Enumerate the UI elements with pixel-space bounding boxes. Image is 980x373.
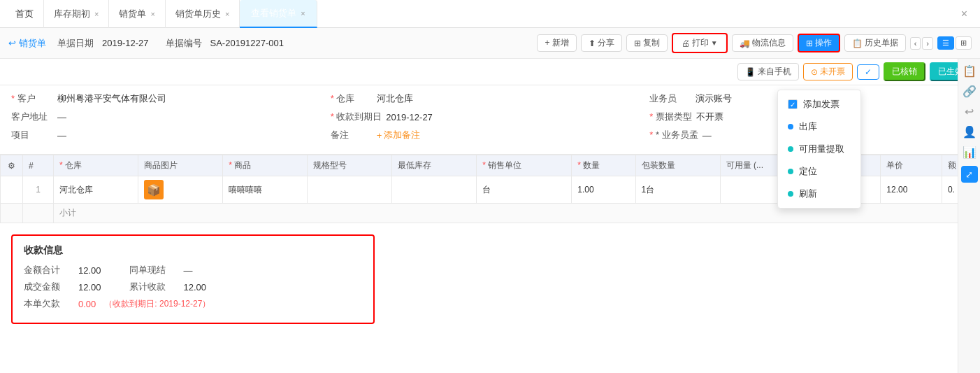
dropdown-available-qty[interactable]: 可用量提取 [778,138,860,160]
doc-date-value: 2019-12-27 [102,38,149,48]
locate-icon [788,169,793,174]
outbound-label: 出库 [799,120,817,133]
col-price: 单价 [881,155,942,176]
tab-inventory-label: 库存期初 [54,8,90,20]
cell-min-stock [392,176,477,204]
ticket-type-value: 不开票 [696,111,723,123]
doc-header: ↩ 销货单 单据日期 2019-12-27 单据编号 SA-20191227-0… [0,28,980,59]
sold-out-button[interactable]: 已核销 [884,62,925,81]
dropdown-refresh[interactable]: 刷新 [778,183,860,205]
history-button[interactable]: 📋 历史单据 [844,34,906,52]
total-item: 金额合计 12.00 [24,264,101,276]
ticket-type-label: 票据类型 [649,111,692,123]
dropdown-outbound[interactable]: 出库 [778,115,860,138]
locate-label: 定位 [799,165,817,178]
tab-sales-history[interactable]: 销货单历史 × [166,0,240,28]
subtotal-empty2 [23,204,54,223]
sidebar-icon-3[interactable]: ↩ [965,105,974,118]
owe-value: 0.00 [78,299,96,309]
cell-num: 1 [23,176,54,204]
print-button[interactable]: 🖨 打印 ▼ [675,35,725,51]
col-min-stock: 最低库存 [392,155,477,176]
main-content: ↩ 销货单 单据日期 2019-12-27 单据编号 SA-20191227-0… [0,28,980,373]
from-mobile-button[interactable]: 📱 来自手机 [737,63,799,80]
project-value: — [57,130,66,141]
tab-inventory-init[interactable]: 库存期初 × [44,0,109,28]
summary-row-2: 成交金额 12.00 累计收款 12.00 [24,281,362,293]
tab-bar: 首页 库存期初 × 销货单 × 销货单历史 × 查看销货单 × × [0,0,980,28]
total-label: 金额合计 [24,264,73,276]
new-button[interactable]: + 新增 [537,34,576,52]
tab-home-label: 首页 [15,8,34,20]
nav-next-button[interactable]: › [922,37,933,50]
confirm-button[interactable]: ✓ [857,64,879,80]
doc-number-label: 单据编号 [166,37,202,50]
settings-icon: ⚙ [8,161,15,171]
add-note-label: 添加备注 [384,129,420,141]
nav-prev-button[interactable]: ‹ [910,37,921,50]
cell-unit: 台 [477,176,572,204]
owe-note: （收款到期日: 2019-12-27） [104,298,210,310]
sidebar-icon-4[interactable]: 👤 [963,125,977,139]
col-settings[interactable]: ⚙ [1,155,23,176]
warehouse-value: 河北仓库 [377,92,413,105]
tab-history-close[interactable]: × [225,10,229,18]
print-label: 打印 [692,37,709,49]
summary-area: 收款信息 金额合计 12.00 同单现结 — 成交金额 12.00 累计收款 [0,223,980,335]
view-grid-button[interactable]: ⊞ [956,36,972,50]
confirm-icon: ✓ [865,67,872,77]
view-list-button[interactable]: ☰ [937,36,954,50]
dropdown-add-invoice[interactable]: 添加发票 [778,93,860,115]
not-open-button[interactable]: ⊙ 未开票 [803,63,853,80]
warehouse-field: 仓库 河北仓库 [331,92,650,105]
sidebar-icon-1[interactable]: 📋 [963,64,977,78]
staff-label: 业务员 [649,92,691,105]
add-note-icon: + [377,130,382,141]
available-qty-icon [788,146,793,152]
tab-sales-close[interactable]: × [150,10,154,18]
tab-view-sales[interactable]: 查看销货单 × [240,0,317,28]
col-spec: 规格型号 [308,155,392,176]
add-invoice-label: 添加发票 [803,98,840,111]
note-field: 备注 + 添加备注 [331,129,650,141]
col-product-img: 商品图片 [138,155,223,176]
sidebar-special-icon[interactable]: ⤢ [961,166,978,183]
tab-sales-order[interactable]: 销货单 × [109,0,165,28]
copy-button[interactable]: ⊞ 复制 [626,34,668,52]
subtotal-empty1 [1,204,23,223]
col-product: * 商品 [223,155,308,176]
share-button[interactable]: ⬆ 分享 [581,34,622,52]
logistics-button[interactable]: 🚚 物流信息 [732,34,793,52]
add-note-button[interactable]: + 添加备注 [377,129,421,141]
product-img-icon: 📦 [147,183,161,197]
tab-home[interactable]: 首页 [6,0,44,28]
logistics-icon: 🚚 [740,38,750,48]
salesperson-label: * 业务员孟 [649,129,698,141]
dropdown-locate[interactable]: 定位 [778,160,860,183]
doc-info: 单据日期 2019-12-27 单据编号 SA-20191227-001 [57,37,284,50]
sidebar-icon-2[interactable]: 🔗 [963,85,977,98]
doc-type-label-text: 销货单 [19,37,46,50]
col-quantity: * 数量 [572,155,635,176]
address-label: 客户地址 [11,111,53,123]
owe-label: 本单欠款 [24,297,73,310]
cumulative-item: 累计收款 12.00 [129,281,207,293]
history-icon: 📋 [852,38,863,48]
right-sidebar: 📋 🔗 ↩ 👤 📊 ⤢ [958,59,980,373]
cell-settings [1,176,23,204]
tab-inventory-close[interactable]: × [94,10,99,18]
cell-price: 12.00 [881,176,942,204]
customer-label: 客户 [11,92,53,105]
doc-type: ↩ 销货单 [8,37,46,50]
close-all-button[interactable]: × [954,8,974,20]
tab-view-sales-label: 查看销货单 [251,7,296,20]
copy-icon: ⊞ [634,38,641,48]
tab-view-sales-close[interactable]: × [301,9,305,17]
warehouse-label: 仓库 [331,92,373,105]
share-label: 分享 [598,37,614,49]
address-field: 客户地址 — [11,111,331,123]
operations-button[interactable]: ⊞ 操作 [798,34,840,52]
cumulative-value: 12.00 [184,282,207,293]
address-value: — [57,112,66,122]
sidebar-icon-5[interactable]: 📊 [963,146,977,159]
